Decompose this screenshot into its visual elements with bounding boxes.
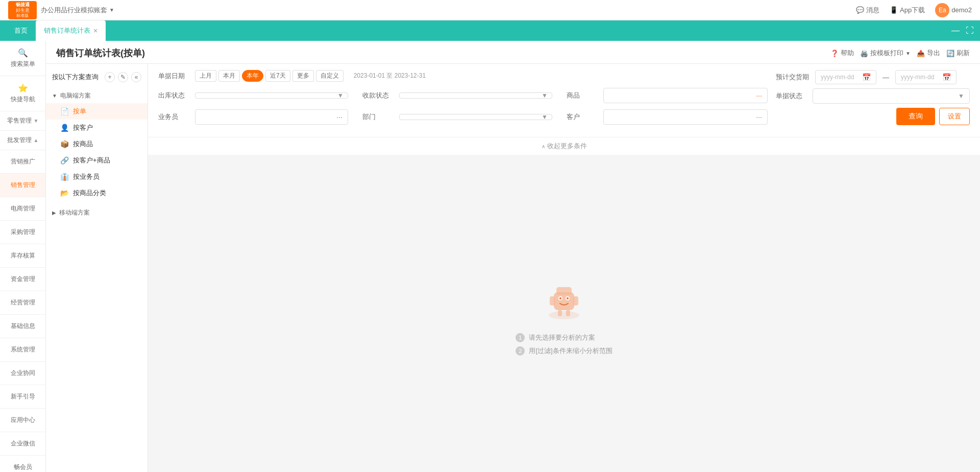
calendar-icon: 📅 <box>862 73 871 81</box>
export-btn[interactable]: 📤 导出 <box>917 49 940 58</box>
scheme-group-pc-title[interactable]: ▼ 电脑端方案 <box>46 88 148 103</box>
tab-minimize-btn[interactable]: — <box>951 26 960 35</box>
doc-status-select[interactable]: ▼ <box>813 88 970 104</box>
search-icon: 🔍 <box>18 48 28 58</box>
chevron-right-icon: ▶ <box>52 210 56 216</box>
date-shortcuts: 上月 本月 本年 近7天 更多 自定义 <box>195 70 344 82</box>
salesman-icon: 👔 <box>60 173 69 181</box>
message-btn[interactable]: 💬 消息 <box>856 6 879 15</box>
retail-mgmt-label: 零售管理 <box>7 116 32 125</box>
delivery-date-from[interactable]: yyyy-mm-dd 📅 <box>815 70 876 84</box>
svg-rect-1 <box>554 292 574 310</box>
user-menu[interactable]: Ea demo2 <box>935 3 972 17</box>
sidebar-item-sales-mgmt[interactable]: 销售管理 <box>0 174 45 197</box>
scheme-edit-btn[interactable]: ✎ <box>118 72 128 82</box>
filter-row-status: 出库状态 ▼ 收款状态 <box>158 88 768 103</box>
marketing-label: 营销推广 <box>11 157 35 166</box>
customer-input[interactable]: ··· <box>603 109 768 125</box>
chevron-down-icon: ▼ <box>52 93 57 99</box>
message-label: 消息 <box>866 6 879 15</box>
sidebar-item-inventory[interactable]: 库存核算 <box>0 244 45 268</box>
scheme-collapse-btn[interactable]: « <box>131 72 141 82</box>
app-selector[interactable]: 办公用品行业模拟账套 ▼ <box>41 6 114 15</box>
template-print-btn[interactable]: 🖨️ 按模板打印 ▼ <box>860 49 911 58</box>
delivery-date-to[interactable]: yyyy-mm-dd 📅 <box>895 70 957 84</box>
avatar: Ea <box>935 3 949 17</box>
date-btn-this-year[interactable]: 本年 <box>242 70 263 82</box>
goods-input[interactable]: ··· <box>603 88 768 103</box>
cust-prod-icon: 🔗 <box>60 156 69 164</box>
sidebar-item-corp-wechat[interactable]: 企业微信 <box>0 432 45 456</box>
refresh-btn[interactable]: 🔄 刷新 <box>946 49 970 58</box>
tab-sales-stats[interactable]: 销售订单统计表 × <box>36 20 106 41</box>
sidebar-item-finance[interactable]: 资金管理 <box>0 268 45 291</box>
sidebar-item-corp-collab[interactable]: 企业协同 <box>0 362 45 385</box>
date-btn-custom[interactable]: 自定义 <box>316 70 344 82</box>
sidebar-item-member[interactable]: 畅会员 <box>0 456 45 472</box>
tab-close-icon[interactable]: × <box>93 27 97 34</box>
logo-line1: 畅捷通 <box>16 2 30 8</box>
sidebar-item-basic-info[interactable]: 基础信息 <box>0 315 45 338</box>
customer-more-icon[interactable]: ··· <box>756 113 762 121</box>
scheme-group-pc: ▼ 电脑端方案 📄 按单 👤 按客户 📦 按商品 <box>46 86 148 203</box>
scheme-item-by-order[interactable]: 📄 按单 <box>46 103 148 120</box>
salesman-input[interactable]: ··· <box>195 109 348 125</box>
date-btn-more[interactable]: 更多 <box>292 70 314 82</box>
page-content: 销售订单统计表(按单) ❓ 帮助 🖨️ 按模板打印 ▼ 📤 导出 🔄 刷新 <box>46 41 980 472</box>
receipt-status-select[interactable]: ▼ <box>399 92 552 99</box>
finance-label: 资金管理 <box>11 275 35 284</box>
scheme-item-by-category[interactable]: 📂 按商品分类 <box>46 185 148 201</box>
tab-maximize-btn[interactable]: ⛶ <box>966 26 974 35</box>
salesman-label: 业务员 <box>158 112 189 122</box>
scheme-item-by-cust-prod[interactable]: 🔗 按客户+商品 <box>46 152 148 169</box>
topbar-left: 畅捷通 好生意 标准版 办公用品行业模拟账套 ▼ <box>8 1 114 19</box>
delivery-date-from-placeholder: yyyy-mm-dd <box>821 74 854 81</box>
sidebar-item-marketing[interactable]: 营销推广 <box>0 150 45 174</box>
chevron-up-icon: ▲ <box>34 137 39 143</box>
app-center-label: 应用中心 <box>11 416 35 424</box>
sidebar-item-search-menu[interactable]: 🔍 搜索菜单 <box>0 41 45 76</box>
date-btn-last7[interactable]: 近7天 <box>265 70 290 82</box>
sidebar-item-ecommerce[interactable]: 电商管理 <box>0 197 45 221</box>
page-title: 销售订单统计表(按单) <box>56 47 145 59</box>
sidebar-item-app-center[interactable]: 应用中心 <box>0 409 45 432</box>
scheme-add-btn[interactable]: + <box>105 72 115 82</box>
collapse-bar[interactable]: ∧ 收起更多条件 <box>148 137 980 155</box>
date-btn-this-month[interactable]: 本月 <box>218 70 240 82</box>
scheme-item-by-product[interactable]: 📦 按商品 <box>46 136 148 152</box>
sidebar-item-retail-mgmt[interactable]: 零售管理 ▼ <box>0 111 45 131</box>
svg-rect-2 <box>556 287 572 295</box>
salesman-more-icon[interactable]: ··· <box>336 113 342 121</box>
chevron-down-icon: ▼ <box>905 51 911 56</box>
sidebar-item-quick-nav[interactable]: ⭐ 快捷导航 <box>0 76 45 111</box>
app-selector-label: 办公用品行业模拟账套 <box>41 6 107 15</box>
corp-wechat-label: 企业微信 <box>11 439 35 448</box>
tab-home[interactable]: 首页 <box>6 20 36 41</box>
date-btn-last-month[interactable]: 上月 <box>195 70 216 82</box>
sidebar-item-purchase-mgmt[interactable]: 采购管理 <box>0 221 45 244</box>
svg-rect-7 <box>550 296 555 305</box>
export-label: 导出 <box>927 49 940 58</box>
sidebar-item-operations[interactable]: 经营管理 <box>0 291 45 315</box>
app-download-btn[interactable]: 📱 App下载 <box>890 6 925 15</box>
sidebar-item-new-guide[interactable]: 新手引导 <box>0 385 45 409</box>
scheme-group-mobile-title[interactable]: ▶ 移动端方案 <box>46 205 148 220</box>
scheme-item-by-salesman[interactable]: 👔 按业务员 <box>46 169 148 185</box>
delivery-status-select[interactable]: ▼ <box>195 92 348 99</box>
empty-state-illustration <box>538 272 590 323</box>
scheme-item-by-customer[interactable]: 👤 按客户 <box>46 120 148 136</box>
doc-status-label: 单据状态 <box>776 91 806 101</box>
query-btn[interactable]: 查询 <box>896 108 935 125</box>
sidebar-item-sys-mgmt[interactable]: 系统管理 <box>0 338 45 362</box>
topbar: 畅捷通 好生意 标准版 办公用品行业模拟账套 ▼ 💬 消息 📱 App下载 Ea… <box>0 0 980 20</box>
new-guide-label: 新手引导 <box>11 392 35 401</box>
data-area: 1 请先选择要分析的方案 2 用[过滤]条件来缩小分析范围 <box>148 155 980 472</box>
app-download-label: App下载 <box>900 6 925 15</box>
setting-btn[interactable]: 设置 <box>939 108 970 125</box>
scheme-item-by-category-label: 按商品分类 <box>73 188 106 198</box>
logo: 畅捷通 好生意 标准版 <box>8 1 37 19</box>
more-dots-icon[interactable]: ··· <box>756 91 762 100</box>
sidebar-item-wholesale-mgmt[interactable]: 批发管理 ▲ <box>0 131 45 150</box>
dept-select[interactable]: ▼ <box>399 114 552 120</box>
help-btn[interactable]: ❓ 帮助 <box>830 49 854 58</box>
